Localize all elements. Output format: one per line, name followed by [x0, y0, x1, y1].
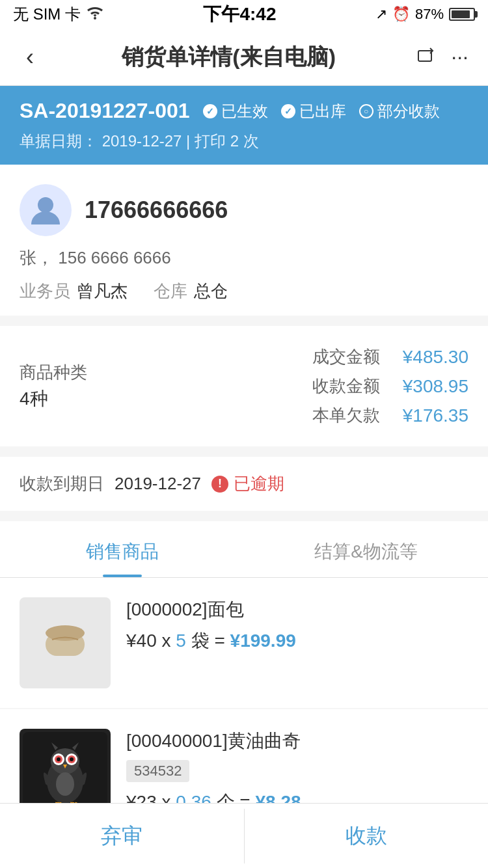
collect-payment-label: 收款 — [346, 824, 387, 847]
amount-row: 成交金额 ¥485.30 — [312, 346, 468, 368]
status-shipped-text: 已出库 — [299, 101, 346, 122]
product-name: [0000002]面包 — [126, 597, 468, 622]
product-tag: 534532 — [126, 760, 189, 782]
customer-sub-phone: 156 6666 6666 — [58, 248, 171, 267]
debt-label: 本单欠款 — [312, 404, 380, 427]
received-label: 收款金额 — [312, 375, 380, 398]
staff-item: 业务员 曾凡杰 — [20, 280, 128, 303]
tab-settlement-label: 结算&物流等 — [314, 541, 418, 562]
print-suffix: 次 — [243, 132, 259, 150]
battery-icon — [449, 8, 475, 21]
status-time: 下午4:42 — [203, 2, 276, 27]
carrier-text: 无 SIM 卡 — [13, 4, 81, 25]
overdue-badge: ! 已逾期 — [211, 472, 284, 495]
product-price-line: ¥40 x 5 袋 = ¥199.99 — [126, 629, 468, 653]
clock-icon: ○ — [359, 104, 373, 118]
debt-row: 本单欠款 ¥176.35 — [312, 404, 468, 427]
tabs-container: 销售商品 结算&物流等 — [0, 521, 488, 578]
overdue-icon: ! — [211, 476, 228, 493]
amount-label: 成交金额 — [312, 346, 380, 368]
products-list: [0000002]面包 ¥40 x 5 袋 = ¥199.99 — [0, 578, 488, 839]
received-row: 收款金额 ¥308.95 — [312, 375, 468, 398]
order-header-band: SA-20191227-001 ✓ 已生效 ✓ 已出库 ○ 部分收款 单据日期：… — [0, 86, 488, 165]
order-id: SA-20191227-001 — [20, 99, 190, 123]
bottom-bar: 弃审 收款 — [0, 803, 488, 868]
order-date-line: 单据日期： 2019-12-27 | 打印 2 次 — [20, 131, 468, 152]
status-effective: ✓ 已生效 — [203, 101, 268, 122]
svg-point-12 — [57, 757, 61, 761]
share-icon[interactable] — [417, 44, 438, 70]
collect-payment-button[interactable]: 收款 — [245, 809, 489, 863]
status-bar: 无 SIM 卡 下午4:42 ↗ ⏰ 87% — [0, 0, 488, 29]
customer-name-text: 张， — [20, 248, 53, 267]
status-effective-text: 已生效 — [221, 101, 268, 122]
warehouse-item: 仓库 总仓 — [154, 280, 228, 303]
svg-point-0 — [94, 17, 96, 20]
svg-point-14 — [56, 772, 74, 796]
product-details: [0000002]面包 ¥40 x 5 袋 = ¥199.99 — [126, 597, 468, 653]
date-label: 单据日期： — [20, 132, 98, 150]
staff-name: 曾凡杰 — [77, 280, 128, 303]
overdue-text: 已逾期 — [234, 472, 284, 495]
product-kind-label: 商品种类 — [20, 361, 87, 384]
stats-left: 商品种类 4种 — [20, 346, 87, 427]
quantity: 5 — [176, 631, 186, 651]
list-item: [0000002]面包 ¥40 x 5 袋 = ¥199.99 — [0, 578, 488, 708]
staff-label: 业务员 — [20, 280, 70, 303]
nav-bar: ‹ 销货单详情(来自电脑) ··· — [0, 29, 488, 86]
order-date: 2019-12-27 — [102, 132, 182, 150]
svg-point-2 — [38, 197, 53, 213]
product-name-2: [000400001]黄油曲奇 — [126, 729, 468, 753]
nav-actions: ··· — [417, 44, 468, 70]
wifi-icon — [86, 5, 104, 23]
product-kind-value: 4种 — [20, 387, 87, 411]
location-icon: ↗ — [375, 6, 387, 23]
stats-right: 成交金额 ¥485.30 收款金额 ¥308.95 本单欠款 ¥176.35 — [312, 346, 468, 427]
status-carrier: 无 SIM 卡 — [13, 4, 104, 25]
print-count: 2 — [230, 132, 239, 150]
tab-sales-label: 销售商品 — [86, 541, 159, 562]
status-shipped: ✓ 已出库 — [281, 101, 346, 122]
customer-meta: 业务员 曾凡杰 仓库 总仓 — [20, 280, 468, 303]
warehouse-label: 仓库 — [154, 280, 187, 303]
alarm-icon: ⏰ — [392, 6, 410, 23]
status-partial: ○ 部分收款 — [359, 101, 440, 122]
product-details-2: [000400001]黄油曲奇 534532 ¥23 x 0.36 个 = ¥8… — [126, 729, 468, 815]
tab-settlement[interactable]: 结算&物流等 — [244, 521, 488, 577]
avatar — [20, 184, 72, 236]
check-shipped-icon: ✓ — [281, 104, 295, 118]
due-section: 收款到期日 2019-12-27 ! 已逾期 — [0, 457, 488, 511]
status-partial-text: 部分收款 — [377, 101, 440, 122]
stats-section: 商品种类 4种 成交金额 ¥485.30 收款金额 ¥308.95 本单欠款 ¥… — [0, 326, 488, 446]
customer-section: 17666666666 张， 156 6666 6666 业务员 曾凡杰 仓库 … — [0, 165, 488, 316]
svg-point-13 — [70, 757, 74, 761]
customer-info: 17666666666 — [20, 184, 468, 236]
due-date: 2019-12-27 — [115, 474, 201, 494]
abandon-review-button[interactable]: 弃审 — [0, 809, 245, 863]
multiply: x — [162, 631, 176, 651]
unit-price: ¥40 — [126, 631, 157, 651]
debt-value: ¥176.35 — [390, 405, 468, 426]
svg-rect-1 — [418, 51, 431, 61]
due-label: 收款到期日 — [20, 472, 104, 495]
customer-detail: 张， 156 6666 6666 — [20, 247, 468, 269]
print-label: 打印 — [195, 132, 226, 150]
customer-phone[interactable]: 17666666666 — [85, 197, 228, 224]
back-button[interactable]: ‹ — [20, 37, 40, 77]
received-value: ¥308.95 — [390, 376, 468, 397]
separator: | — [186, 132, 195, 150]
unit: 袋 — [191, 631, 210, 651]
battery-percent: 87% — [415, 6, 444, 23]
page-title: 销货单详情(来自电脑) — [122, 42, 336, 72]
svg-point-4 — [46, 625, 85, 641]
abandon-review-label: 弃审 — [101, 824, 142, 847]
tab-sales[interactable]: 销售商品 — [0, 521, 244, 577]
status-right: ↗ ⏰ 87% — [375, 6, 475, 23]
product-thumbnail — [20, 597, 111, 688]
more-icon[interactable]: ··· — [451, 45, 468, 69]
check-effective-icon: ✓ — [203, 104, 217, 118]
equals: = — [214, 631, 230, 651]
total-price: ¥199.99 — [230, 631, 296, 651]
amount-value: ¥485.30 — [390, 347, 468, 368]
warehouse-name: 总仓 — [194, 280, 228, 303]
